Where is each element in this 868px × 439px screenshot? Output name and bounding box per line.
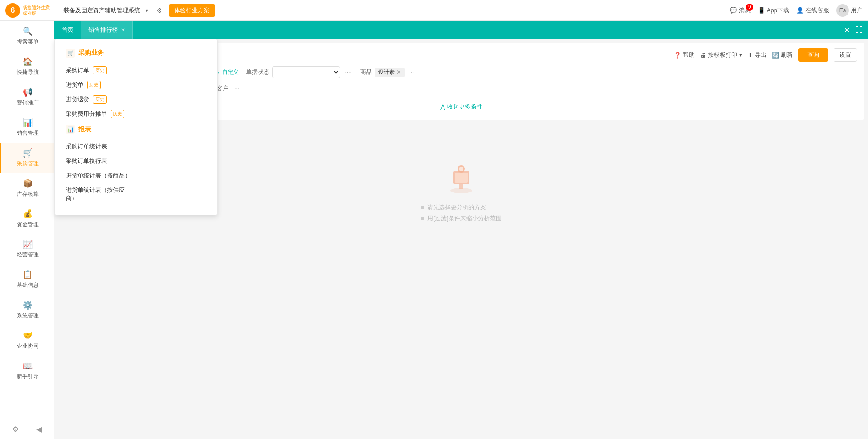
- menu-section-purchase: 🛒 采购业务 采购订单 历史 进货单 历史 进货退货 历史 采购费用分摊单 历史: [62, 47, 136, 123]
- user-area[interactable]: Ea 用户: [836, 4, 863, 17]
- tab-maximize-btn[interactable]: ⛶: [853, 24, 864, 36]
- basic-info-icon: 📋: [23, 270, 33, 280]
- menu-item-stock-return[interactable]: 进货退货 历史: [66, 92, 132, 107]
- history-badge-0: 历史: [93, 66, 107, 74]
- sidebar-item-cooperation[interactable]: 🤝 企业协同: [0, 325, 54, 355]
- customer-filter: 客户 ···: [217, 84, 241, 93]
- header-right: 💬 消息 9 📱 App下载 👤 在线客服 Ea 用户: [730, 4, 863, 17]
- refresh-btn[interactable]: 🔄 刷新: [772, 51, 793, 59]
- sidebar-collapse-btn[interactable]: ◀: [36, 425, 42, 434]
- operations-icon: 📈: [23, 239, 33, 249]
- svg-point-4: [459, 167, 463, 171]
- sidebar-item-guide[interactable]: 📖 新手引导: [0, 355, 54, 386]
- inventory-icon: 📦: [23, 178, 33, 188]
- report-section-icon: 📊: [66, 125, 75, 134]
- date-custom[interactable]: 自定义: [222, 69, 239, 76]
- sidebar-settings-btn[interactable]: ⚙: [12, 425, 19, 434]
- settings-gear-btn[interactable]: ⚙: [154, 6, 165, 15]
- logo-text: 畅捷通好生意 标准版: [23, 5, 50, 16]
- page-settings-btn[interactable]: 设置: [834, 48, 857, 62]
- menu-item-stockin-stat-supplier[interactable]: 进货单统计表（按供应商）: [66, 183, 132, 206]
- goods-tag: 设计素 ✕: [375, 68, 405, 77]
- dot2: [421, 217, 424, 220]
- tab-home[interactable]: 首页: [54, 21, 81, 39]
- finance-icon: 💰: [23, 209, 33, 219]
- svg-rect-2: [455, 173, 468, 183]
- svg-rect-5: [459, 184, 463, 189]
- logo-icon: 6: [5, 3, 20, 18]
- export-icon: ⬆: [748, 52, 753, 59]
- industry-btn[interactable]: 体验行业方案: [169, 4, 215, 17]
- marketing-icon: 📢: [23, 87, 33, 97]
- search-icon: 🔍: [23, 26, 33, 36]
- logo-area: 6 畅捷通好生意 标准版: [5, 3, 60, 18]
- query-btn[interactable]: 查询: [798, 48, 828, 62]
- history-badge-3: 历史: [111, 110, 124, 118]
- tab-close-sales-rank[interactable]: ✕: [121, 27, 125, 33]
- sidebar: 🔍 搜索菜单 🏠 快捷导航 📢 营销推广 📊 销售管理 🛒 采购管理 📦 库存核…: [0, 21, 54, 439]
- menu-divider: [140, 47, 140, 123]
- sidebar-item-finance[interactable]: 💰 资金管理: [0, 203, 54, 234]
- doc-status-filter: 单据状态 ···: [246, 66, 352, 78]
- history-badge-1: 历史: [87, 81, 101, 89]
- tab-actions: ✕ ⛶: [842, 24, 868, 36]
- system-name: 装备及固定资产辅助管理系统: [63, 6, 140, 15]
- sidebar-item-marketing[interactable]: 📢 营销推广: [0, 82, 54, 112]
- menu-item-stockin-stat-goods[interactable]: 进货单统计表（按商品）: [66, 168, 132, 183]
- sidebar-item-operations[interactable]: 📈 经营管理: [0, 234, 54, 264]
- export-btn[interactable]: ⬆ 导出: [748, 51, 766, 59]
- sidebar-item-system[interactable]: ⚙️ 系统管理: [0, 295, 54, 325]
- purchase-dropdown-menu: 🛒 采购业务 采购订单 历史 进货单 历史 进货退货 历史 采购费用分摊单 历史…: [54, 39, 218, 215]
- help-btn[interactable]: ❓ 帮助: [674, 51, 695, 59]
- print-btn[interactable]: 🖨 按模板打印 ▾: [700, 51, 742, 59]
- doc-status-select[interactable]: [272, 66, 340, 78]
- menu-item-purchase-order[interactable]: 采购订单 历史: [66, 63, 132, 78]
- empty-state-icon: [443, 160, 479, 196]
- print-icon: 🖨: [700, 52, 706, 59]
- collapse-up-icon: ⋀: [440, 104, 445, 110]
- header-middle: 装备及固定资产辅助管理系统 ▾ ⚙ 体验行业方案: [63, 4, 730, 17]
- help-icon: ❓: [674, 52, 681, 59]
- sidebar-item-quick-nav[interactable]: 🏠 快捷导航: [0, 51, 54, 82]
- sidebar-item-basic-info[interactable]: 📋 基础信息: [0, 264, 54, 295]
- customer-more-btn[interactable]: ···: [231, 84, 241, 93]
- sidebar-item-sales[interactable]: 📊 销售管理: [0, 112, 54, 143]
- doc-status-more-btn[interactable]: ···: [343, 68, 352, 76]
- menu-section-report-title: 📊 报表: [66, 125, 132, 134]
- tab-bar: 首页 销售排行榜 ✕ ✕ ⛶: [54, 21, 868, 39]
- service-icon: 👤: [796, 7, 804, 14]
- nav-dropdown-btn[interactable]: ▾: [144, 6, 150, 15]
- menu-item-purchase-expense[interactable]: 采购费用分摊单 历史: [66, 107, 132, 121]
- cooperation-icon: 🤝: [23, 330, 33, 340]
- tab-close-btn[interactable]: ✕: [842, 24, 852, 36]
- menu-item-purchase-order-exec[interactable]: 采购订单执行表: [66, 154, 132, 168]
- print-dropdown-icon: ▾: [739, 52, 742, 59]
- avatar: Ea: [836, 4, 849, 17]
- menu-item-purchase-order-stat[interactable]: 采购订单统计表: [66, 139, 132, 154]
- sales-icon: 📊: [23, 118, 33, 128]
- app-icon: 📱: [758, 7, 765, 14]
- history-badge-2: 历史: [93, 95, 107, 104]
- goods-tag-close[interactable]: ✕: [396, 69, 401, 75]
- goods-more-btn[interactable]: ···: [407, 68, 417, 76]
- menu-item-stock-in[interactable]: 进货单 历史: [66, 78, 132, 92]
- message-icon: 💬: [730, 7, 737, 14]
- message-badge: 9: [746, 4, 753, 11]
- system-icon: ⚙️: [23, 300, 33, 310]
- goods-filter: 商品 设计素 ✕ ···: [360, 68, 417, 77]
- menu-section-report: 📊 报表 采购订单统计表 采购订单执行表 进货单统计表（按商品） 进货单统计表（…: [62, 123, 136, 207]
- sidebar-bottom: ⚙ ◀: [0, 419, 54, 439]
- messages-btn[interactable]: 💬 消息 9: [730, 6, 751, 15]
- sidebar-item-inventory[interactable]: 📦 库存核算: [0, 173, 54, 203]
- empty-text: 请先选择要分析的方案 用[过滤]条件来缩小分析范围: [421, 203, 501, 225]
- home-icon: 🏠: [23, 57, 33, 67]
- tab-sales-rank[interactable]: 销售排行榜 ✕: [81, 21, 133, 39]
- refresh-icon: 🔄: [772, 52, 779, 59]
- app-download-btn[interactable]: 📱 App下载: [758, 6, 789, 15]
- purchase-section-icon: 🛒: [66, 49, 75, 58]
- purchase-icon: 🛒: [23, 148, 33, 158]
- online-service-btn[interactable]: 👤 在线客服: [796, 6, 829, 15]
- dot1: [421, 206, 424, 209]
- sidebar-item-purchase[interactable]: 🛒 采购管理: [0, 143, 54, 173]
- sidebar-item-search[interactable]: 🔍 搜索菜单: [0, 21, 54, 51]
